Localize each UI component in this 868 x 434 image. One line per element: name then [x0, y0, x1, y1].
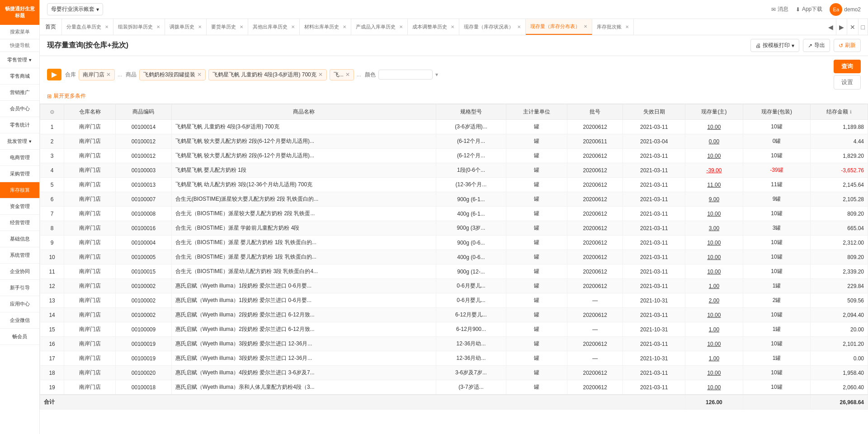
tab-other-out[interactable]: 其他出库单历史✕	[248, 19, 300, 35]
goods-tag-2[interactable]: 飞鹤星飞帆 儿童奶粉 4段(3-6岁适用) 700克 ✕	[208, 69, 327, 80]
tab-close-split-inventory[interactable]: ✕	[105, 24, 108, 29]
cell-qty[interactable]: 9.00	[685, 192, 743, 207]
message-btn[interactable]: ✉ 消息	[771, 5, 788, 13]
tab-nav-prev[interactable]: ◀	[826, 19, 836, 35]
tab-product-in[interactable]: 产成品入库单历史✕	[351, 19, 408, 35]
sidebar-item-purchase-mgmt[interactable]: 采购管理	[0, 166, 39, 182]
tab-inventory-dist[interactable]: 现存量（库存分布表）✕	[526, 19, 592, 35]
warehouse-dots[interactable]: ...	[118, 71, 122, 78]
sidebar-item-ops-mgmt[interactable]: 经营管理	[0, 215, 39, 231]
sidebar-item-wholesale-mgmt[interactable]: 批发管理 ▼	[0, 133, 39, 150]
tab-close-other-out[interactable]: ✕	[291, 24, 295, 29]
sidebar-item-retail-store[interactable]: 零售商城	[0, 68, 39, 85]
org-selector[interactable]: 母婴行业演示账套 ▾	[47, 3, 103, 15]
cell-qty[interactable]: 10.00	[685, 308, 743, 322]
amount-info-icon[interactable]: ℹ	[850, 109, 852, 114]
th-settings[interactable]: ⚙	[40, 104, 64, 120]
sidebar-item-basic-info[interactable]: 基础信息	[0, 231, 39, 247]
tab-disassembly[interactable]: 组装拆卸单历史✕	[113, 19, 165, 35]
sidebar-item-finance-mgmt[interactable]: 资金管理	[0, 198, 39, 215]
cell-qty[interactable]: 3.00	[685, 221, 743, 236]
tab-batch-post[interactable]: 库存批次账✕	[592, 19, 634, 35]
tab-material-out[interactable]: 材料出库单历史✕	[300, 19, 351, 35]
tab-close-cost-adjust[interactable]: ✕	[451, 24, 454, 29]
tab-close-all[interactable]: ✕	[847, 19, 859, 35]
cell-qty[interactable]: 1.00	[685, 279, 743, 293]
tab-close-inventory-status[interactable]: ✕	[517, 24, 521, 29]
goods-tag-3[interactable]: 飞... ✕	[330, 69, 354, 80]
cell-qty[interactable]: 10.00	[685, 337, 743, 351]
sidebar-item-retail-stats[interactable]: 零售统计	[0, 117, 39, 133]
cell-qty-pkg: 10罐	[743, 337, 810, 351]
goods-tag-3-close[interactable]: ✕	[345, 71, 350, 78]
goods-tag-1-close[interactable]: ✕	[197, 71, 202, 78]
warehouse-tag-close[interactable]: ✕	[106, 71, 111, 78]
tab-close-request-order[interactable]: ✕	[240, 24, 243, 29]
expand-conditions[interactable]: ⊞ 展开更多条件	[47, 92, 861, 100]
cell-expiry: 2021-03-11	[623, 221, 685, 236]
cell-expiry: 2021-03-11	[623, 149, 685, 163]
search-menu[interactable]: 搜索菜单	[0, 25, 39, 39]
tab-nav-next[interactable]: ▶	[836, 19, 847, 35]
cell-qty-pkg: 1罐	[743, 279, 810, 293]
cell-batch: 20200612	[567, 192, 623, 207]
tab-home[interactable]: 首页	[40, 19, 62, 35]
tab-maximize[interactable]: □	[859, 19, 868, 35]
sidebar-item-inventory-check[interactable]: 库存核算	[0, 182, 39, 198]
tab-close-batch-post[interactable]: ✕	[625, 24, 629, 29]
cell-qty[interactable]: 10.00	[685, 366, 743, 380]
sidebar-item-system-mgmt[interactable]: 系统管理	[0, 247, 39, 264]
tab-request-order[interactable]: 要货单历史✕	[207, 19, 248, 35]
refresh-button[interactable]: ↺ 刷新	[834, 39, 861, 52]
app-download-btn[interactable]: ⬇ App下载	[796, 5, 822, 13]
cell-expiry: 2021-03-11	[623, 178, 685, 192]
warehouse-tag[interactable]: 南岸门店 ✕	[79, 69, 115, 80]
tab-close-material-out[interactable]: ✕	[343, 24, 346, 29]
cell-qty[interactable]: 10.00	[685, 149, 743, 163]
color-dropdown-icon[interactable]: ▾	[435, 71, 438, 78]
cell-qty[interactable]: 10.00	[685, 380, 743, 395]
query-button[interactable]: 查询	[834, 60, 861, 73]
filter-toggle-btn[interactable]: ▶	[47, 69, 61, 80]
tab-close-mix-order[interactable]: ✕	[198, 24, 202, 29]
cell-qty[interactable]: 10.00	[685, 250, 743, 264]
cell-qty[interactable]: 0.00	[685, 134, 743, 149]
export-button[interactable]: ↗ 导出	[803, 39, 830, 52]
print-button[interactable]: 🖨 按模板打印 ▾	[750, 39, 799, 52]
top-bar-right: ✉ 消息 ⬇ App下载 Ea demo2	[771, 3, 861, 16]
sidebar-item-member-card[interactable]: 畅会员	[0, 329, 39, 345]
cell-qty[interactable]: 10.00	[685, 236, 743, 250]
quick-nav[interactable]: 快捷导航	[0, 39, 39, 52]
user-avatar[interactable]: Ea demo2	[830, 3, 861, 16]
cell-qty[interactable]: 11.00	[685, 178, 743, 192]
sidebar-item-marketing[interactable]: 营销推广	[0, 85, 39, 101]
sidebar-item-enterprise-collab[interactable]: 企业协同	[0, 264, 39, 280]
cell-qty[interactable]: 1.00	[685, 351, 743, 366]
sidebar-item-retail-mgmt[interactable]: 零售管理 ▼	[0, 52, 39, 68]
sidebar-item-app-center[interactable]: 应用中心	[0, 296, 39, 312]
cell-qty[interactable]: 10.00	[685, 264, 743, 279]
sidebar-item-enterprise-wechat[interactable]: 企业微信	[0, 312, 39, 329]
tab-close-product-in[interactable]: ✕	[399, 24, 403, 29]
tab-close-disassembly[interactable]: ✕	[156, 24, 160, 29]
tab-mix-order[interactable]: 调拨单历史✕	[165, 19, 207, 35]
tab-inventory-status[interactable]: 现存量（库存状况表）✕	[459, 19, 526, 35]
sidebar-item-member-center[interactable]: 会员中心	[0, 101, 39, 117]
cell-amount: 2,145.64	[811, 178, 868, 192]
setting-button[interactable]: 设置	[834, 75, 861, 90]
sidebar-item-new-guide[interactable]: 新手引导	[0, 280, 39, 296]
settings-icon[interactable]: ⚙	[50, 109, 55, 115]
tab-split-inventory[interactable]: 分量盘点单历史✕	[62, 19, 113, 35]
cell-qty[interactable]: 2.00	[685, 293, 743, 308]
goods-tag-2-close[interactable]: ✕	[318, 71, 323, 78]
cell-qty[interactable]: 10.00	[685, 120, 743, 134]
tab-cost-adjust[interactable]: 成本调整单历史✕	[408, 19, 459, 35]
cell-qty[interactable]: -39.00	[685, 163, 743, 178]
color-input[interactable]	[378, 70, 433, 80]
goods-tag-1[interactable]: 飞鹤奶粉3段四罐提装 ✕	[139, 69, 206, 80]
sidebar-item-ecommerce-mgmt[interactable]: 电商管理	[0, 150, 39, 166]
goods-dots[interactable]: ...	[357, 71, 361, 78]
cell-qty[interactable]: 10.00	[685, 207, 743, 221]
tab-close-inventory-dist[interactable]: ✕	[584, 24, 587, 29]
cell-qty[interactable]: 1.00	[685, 322, 743, 337]
